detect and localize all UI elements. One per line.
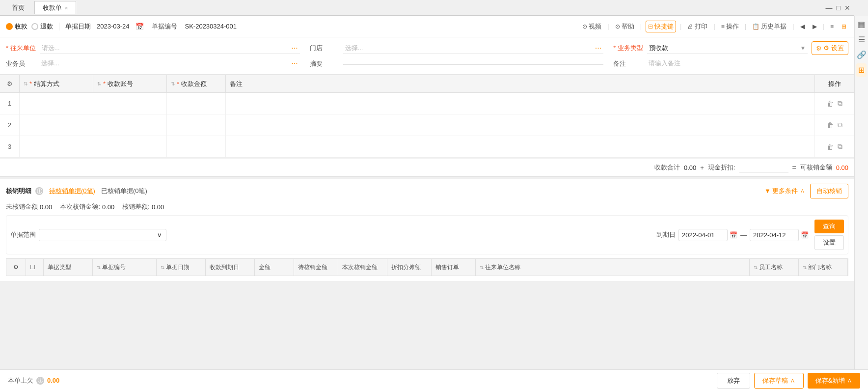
radio-shoukuan-label: 收款 bbox=[15, 22, 27, 31]
table-gear-th[interactable]: ⚙ bbox=[0, 75, 20, 92]
save-new-btn[interactable]: 保存&新增 ∧ bbox=[808, 373, 860, 389]
maximize-btn[interactable]: □ bbox=[837, 4, 841, 12]
td-jine-1[interactable] bbox=[167, 93, 226, 114]
counterpart-dots-icon[interactable]: ··· bbox=[289, 44, 299, 53]
history-btn[interactable]: 📋 历史单据 bbox=[750, 21, 788, 32]
list-view-btn[interactable]: ≡ bbox=[828, 22, 836, 31]
shop-dots-icon[interactable]: ··· bbox=[593, 44, 603, 53]
tab-done[interactable]: 已核销单据(0笔) bbox=[101, 187, 147, 196]
auto-hexiao-btn[interactable]: 自动核销 bbox=[810, 184, 848, 198]
tab-pending[interactable]: 待核销单据(0笔) bbox=[49, 187, 95, 196]
counterpart-field[interactable]: 请选... ··· bbox=[40, 43, 300, 54]
footer-info-icon[interactable]: ⓘ bbox=[36, 377, 44, 385]
sep5: | bbox=[745, 23, 746, 30]
biztype-chevron-icon: ▼ bbox=[800, 45, 806, 52]
range-select[interactable]: ∨ bbox=[39, 229, 166, 241]
gear-icon: ⚙ bbox=[7, 80, 13, 87]
next-btn[interactable]: ▶ bbox=[811, 22, 819, 31]
td-action-2: 🗑 ⧉ bbox=[815, 114, 854, 136]
delete-icon-2[interactable]: 🗑 bbox=[827, 121, 834, 129]
bth-sales-order: 销售订单 bbox=[432, 259, 476, 276]
total-value: 0.00 bbox=[684, 164, 696, 171]
active-tab-label: 收款单 bbox=[43, 3, 62, 12]
date-range-group: 到期日 📅 — 📅 bbox=[656, 229, 809, 241]
radio-tuikuan[interactable]: 退款 bbox=[31, 22, 53, 31]
td-shoukuan-3[interactable] bbox=[93, 136, 167, 158]
help-btn[interactable]: ⊙ 帮助 bbox=[613, 21, 636, 32]
staff-placeholder: 选择... bbox=[39, 59, 289, 68]
delete-icon-3[interactable]: 🗑 bbox=[827, 143, 834, 151]
shop-label: 门店 bbox=[310, 44, 339, 53]
biztype-select[interactable]: 预收款 ▼ bbox=[647, 43, 808, 54]
filter-settings-btn[interactable]: 设置 bbox=[814, 235, 844, 250]
td-beizhu-2[interactable] bbox=[226, 114, 815, 136]
from-date-group: 📅 bbox=[678, 229, 737, 241]
available-label: 可核销金额 bbox=[800, 163, 832, 172]
grid-view-btn[interactable]: ⊞ bbox=[840, 22, 848, 31]
radio-shoukuan[interactable]: 收款 bbox=[6, 22, 27, 31]
prev-btn[interactable]: ◀ bbox=[798, 22, 807, 31]
hexiao-info-icon[interactable]: ⓘ bbox=[35, 187, 43, 195]
sep6: | bbox=[792, 23, 794, 30]
td-shoukuan-1[interactable] bbox=[93, 93, 167, 114]
sidebar-icon-4[interactable]: ⊞ bbox=[856, 63, 867, 77]
from-date-input[interactable] bbox=[678, 229, 728, 241]
staff-field[interactable]: 选择... ··· bbox=[39, 58, 300, 69]
operate-btn[interactable]: ≡ 操作 bbox=[719, 21, 741, 32]
sidebar-icon-3[interactable]: 🔗 bbox=[855, 48, 868, 61]
shortcut-btn[interactable]: ⊟ 快捷键 bbox=[646, 21, 676, 32]
copy-icon-3[interactable]: ⧉ bbox=[838, 142, 842, 151]
to-date-input[interactable] bbox=[750, 229, 799, 241]
bth-checkbox[interactable]: ☐ bbox=[26, 259, 44, 276]
td-beizhu-3[interactable] bbox=[226, 136, 815, 158]
td-shoukuan-2[interactable] bbox=[93, 114, 167, 136]
video-btn[interactable]: ⊙ 视频 bbox=[580, 21, 603, 32]
discount-input[interactable] bbox=[739, 163, 788, 172]
abandon-btn[interactable]: 放弃 bbox=[717, 373, 750, 389]
save-draft-label: 保存草稿 ∧ bbox=[762, 376, 795, 385]
tab-active[interactable]: 收款单 × bbox=[34, 1, 76, 14]
sidebar-icon-1[interactable]: ▦ bbox=[856, 18, 867, 31]
delete-icon-1[interactable]: 🗑 bbox=[827, 100, 834, 108]
abstract-field[interactable] bbox=[343, 62, 604, 65]
td-jiesuan-2[interactable] bbox=[20, 114, 93, 136]
th-beizhu: 备注 bbox=[226, 75, 815, 92]
hexiao-filter: 单据范围 ∨ 到期日 📅 — 📅 查询 设 bbox=[6, 215, 848, 254]
table-header: ⚙ ⇅ * 结算方式 ⇅ * 收款账号 ⇅ * 收款金额 备注 操作 bbox=[0, 75, 854, 93]
minimize-btn[interactable]: — bbox=[826, 4, 833, 12]
copy-icon-2[interactable]: ⧉ bbox=[838, 121, 842, 129]
td-jine-3[interactable] bbox=[167, 136, 226, 158]
window-close-btn[interactable]: ✕ bbox=[844, 4, 850, 12]
tab-home[interactable]: 首页 bbox=[4, 0, 32, 15]
query-btn[interactable]: 查询 bbox=[814, 220, 844, 233]
sidebar-icon-2[interactable]: ☰ bbox=[856, 33, 867, 46]
td-jine-2[interactable] bbox=[167, 114, 226, 136]
stat-uncancelled: 未核销金额 0.00 bbox=[6, 202, 52, 211]
calendar-from-icon[interactable]: 📅 bbox=[730, 231, 737, 239]
td-jiesuan-3[interactable] bbox=[20, 136, 93, 158]
stat-diff-label: 核销差额: bbox=[122, 202, 150, 211]
save-draft-btn[interactable]: 保存草稿 ∧ bbox=[754, 373, 804, 389]
more-conditions-btn[interactable]: ▼ 更多条件 ∧ bbox=[764, 187, 805, 196]
stat-current: 本次核销金额: 0.00 bbox=[60, 202, 114, 211]
calendar-to-icon[interactable]: 📅 bbox=[801, 231, 809, 239]
bth-dept-name: ⇅ 部门名称 bbox=[799, 259, 848, 276]
table-row: 2 🗑 ⧉ bbox=[0, 114, 854, 136]
th-beizhu-label: 备注 bbox=[230, 80, 243, 88]
td-beizhu-1[interactable] bbox=[226, 93, 815, 114]
bth-gear[interactable]: ⚙ bbox=[6, 259, 26, 276]
home-tab-label: 首页 bbox=[12, 3, 25, 12]
divider-1 bbox=[59, 23, 59, 30]
print-btn[interactable]: 🖨 打印 bbox=[685, 21, 709, 32]
close-tab-icon[interactable]: × bbox=[65, 5, 68, 11]
note-field[interactable]: 请输入备注 bbox=[647, 58, 848, 69]
td-action-3: 🗑 ⧉ bbox=[815, 136, 854, 158]
shop-field[interactable]: 选择... ··· bbox=[343, 43, 604, 54]
settings-button[interactable]: ⚙ ⚙ 设置 bbox=[812, 41, 848, 55]
filter-actions: 查询 设置 bbox=[814, 220, 844, 250]
td-jiesuan-1[interactable] bbox=[20, 93, 93, 114]
total-label: 收款合计 bbox=[654, 163, 680, 172]
calendar-icon[interactable]: 📅 bbox=[136, 23, 144, 30]
staff-dots-icon[interactable]: ··· bbox=[289, 59, 299, 68]
copy-icon-1[interactable]: ⧉ bbox=[838, 99, 842, 108]
